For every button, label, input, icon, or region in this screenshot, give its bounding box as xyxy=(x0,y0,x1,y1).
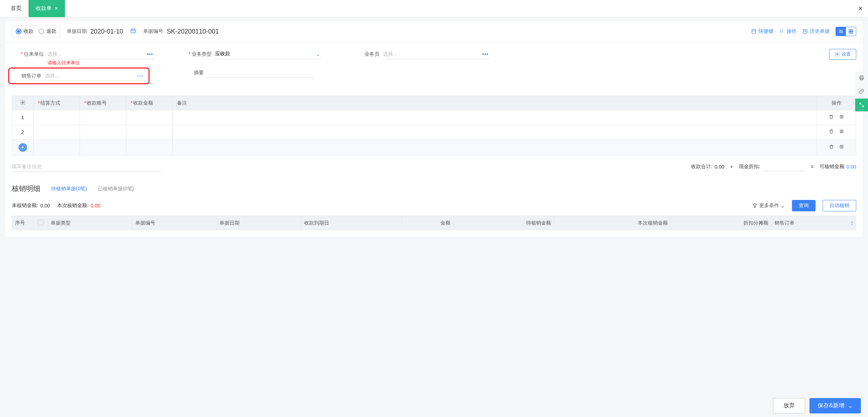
vcol-docdate[interactable]: 单据日期 xyxy=(217,216,301,230)
verify-amount-label: 可核销金额 xyxy=(819,164,844,170)
discount-label: 现金折扣: xyxy=(739,164,760,170)
vcol-amount[interactable]: 金额 xyxy=(402,216,454,230)
history-button[interactable]: 历史单据 xyxy=(802,28,830,35)
verify-tab-done[interactable]: 已核销单据(0笔) xyxy=(98,186,134,192)
vcol-duedate[interactable]: 收款到期日 xyxy=(301,216,402,230)
history-label: 历史单据 xyxy=(810,28,830,35)
vcol-docnum[interactable]: 单据编号 xyxy=(132,216,217,230)
cell-account[interactable] xyxy=(80,110,126,125)
link-icon[interactable] xyxy=(855,85,868,98)
copy-icon[interactable] xyxy=(839,129,844,135)
table-row: 1 xyxy=(12,110,856,125)
copy-icon[interactable] xyxy=(839,145,844,151)
tab-home[interactable]: 首页 xyxy=(4,0,29,17)
cell-account[interactable] xyxy=(80,125,126,140)
close-icon[interactable]: × xyxy=(55,5,58,12)
checkbox-icon[interactable] xyxy=(38,220,44,225)
verify-section: 核销明细 待核销单据(0笔) 已核销单据(0笔) 未核销金额: 0.00 本次核… xyxy=(5,177,863,237)
page-close-icon[interactable]: × xyxy=(858,4,863,13)
remarks-input[interactable] xyxy=(12,161,162,172)
radio-receive[interactable]: 收款 xyxy=(16,28,34,35)
summary-input[interactable] xyxy=(207,67,314,78)
cell-settlement[interactable] xyxy=(34,125,80,140)
tab-receipt-label: 收款单 xyxy=(36,5,52,12)
query-button[interactable]: 查询 xyxy=(792,200,816,211)
operate-button[interactable]: 操作 xyxy=(779,28,797,35)
right-sidebar xyxy=(855,71,868,111)
settings-label: 设置 xyxy=(842,51,851,57)
svg-rect-19 xyxy=(851,32,853,34)
gear-icon[interactable] xyxy=(12,96,34,110)
view-toggle xyxy=(836,27,856,36)
biztype-input[interactable] xyxy=(215,49,322,59)
copy-icon[interactable] xyxy=(839,115,844,121)
cell-amount[interactable] xyxy=(126,125,173,140)
salesorder-input[interactable] xyxy=(45,71,145,81)
tab-receipt[interactable]: 收款单 × xyxy=(29,0,65,17)
cell-amount[interactable] xyxy=(126,110,173,125)
auto-verify-button[interactable]: 自动核销 xyxy=(823,200,856,211)
lookup-icon[interactable]: ••• xyxy=(482,51,489,57)
doc-date-value[interactable]: 2020-01-10 xyxy=(90,28,123,35)
sales-order-highlight: 销售订单 ••• xyxy=(8,67,150,84)
svg-point-20 xyxy=(837,54,838,55)
party-error: 请输入往来单位 xyxy=(47,60,80,66)
summary-label: 摘要 xyxy=(172,70,207,76)
vcol-current[interactable]: 本次核销金额 xyxy=(554,216,671,230)
vcol-doctype[interactable]: 单据类型 xyxy=(48,216,132,230)
salesperson-input[interactable] xyxy=(383,49,490,59)
vcol-seq: 序号 xyxy=(12,216,34,230)
print-icon[interactable] xyxy=(855,71,868,84)
svg-rect-18 xyxy=(849,32,851,34)
row-num: 1 xyxy=(12,110,34,125)
delete-icon[interactable] xyxy=(828,129,834,135)
lookup-icon[interactable]: ••• xyxy=(147,51,153,57)
svg-rect-16 xyxy=(849,30,851,31)
col-remark: 备注 xyxy=(173,96,817,110)
total-value: 0.00 xyxy=(715,164,724,170)
delete-icon[interactable] xyxy=(828,115,834,121)
verify-title: 核销明细 xyxy=(12,184,40,194)
verify-tab-pending[interactable]: 待核销单据(0笔) xyxy=(51,186,87,192)
chevron-down-icon: ⌄ xyxy=(781,203,785,208)
delete-icon[interactable] xyxy=(828,145,834,151)
cell-remark[interactable] xyxy=(173,110,817,125)
equals-sign: = xyxy=(809,164,816,170)
svg-rect-4 xyxy=(752,30,756,34)
calendar-icon[interactable] xyxy=(130,28,136,35)
this-verify-label: 本次核销金额: xyxy=(57,202,89,209)
view-list-button[interactable] xyxy=(836,27,846,36)
party-input[interactable] xyxy=(47,49,155,59)
salesorder-label: 销售订单 xyxy=(13,73,45,79)
add-row-button[interactable]: + xyxy=(19,143,27,152)
payment-table: 结算方式 收款账号 收款金额 备注 操作 1 2 xyxy=(12,96,856,156)
header-row: 收款 退款 单据日期 2020-01-10 单据编号 SK-20200110-0… xyxy=(5,21,863,42)
svg-point-6 xyxy=(780,30,781,31)
total-label: 收款合计: xyxy=(691,164,712,170)
chevron-down-icon[interactable]: ⌄ xyxy=(316,51,320,57)
discount-input[interactable] xyxy=(762,162,805,171)
more-conditions-button[interactable]: 更多条件 ⌄ xyxy=(752,202,785,209)
vcol-discount[interactable]: 折扣分摊额 xyxy=(671,216,772,230)
vcol-pending[interactable]: 待核销金额 xyxy=(454,216,554,230)
radio-receive-label: 收款 xyxy=(24,28,34,35)
form-area: 往来单位 ••• 请输入往来单位 业务类型 ⌄ 业务员 ••• 设置 xyxy=(5,42,863,96)
shortcuts-label: 快捷键 xyxy=(758,28,773,35)
lookup-icon[interactable]: ••• xyxy=(137,73,143,79)
this-verify-value: 0.00 xyxy=(91,203,100,208)
view-card-button[interactable] xyxy=(846,27,856,36)
sort-icon[interactable]: ▲▼ xyxy=(851,220,854,226)
radio-refund[interactable]: 退款 xyxy=(39,28,56,35)
shortcuts-button[interactable]: 快捷键 xyxy=(751,28,773,35)
salesperson-label: 业务员 xyxy=(347,51,383,57)
svg-point-8 xyxy=(780,31,781,32)
settings-button[interactable]: 设置 xyxy=(829,49,856,60)
vcol-salesorder[interactable]: 销售订单 ▲▼ xyxy=(772,216,856,230)
col-action: 操作 xyxy=(817,96,856,110)
cell-remark[interactable] xyxy=(173,125,817,140)
summary-row: 收款合计: 0.00 + 现金折扣: = 可核销金额 0.00 xyxy=(5,156,863,177)
expand-icon[interactable] xyxy=(855,99,868,111)
col-account: 收款账号 xyxy=(80,96,126,110)
cell-settlement[interactable] xyxy=(34,110,80,125)
table-row: 2 xyxy=(12,125,856,140)
